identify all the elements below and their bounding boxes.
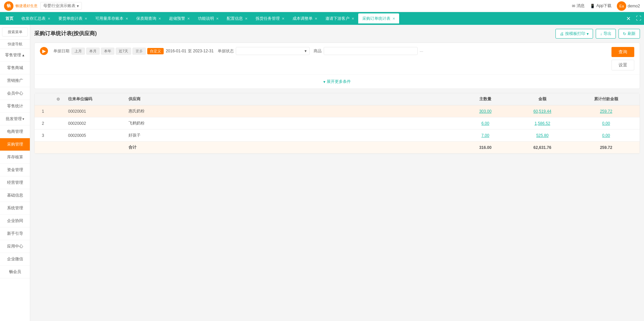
filter-toggle-button[interactable]: ▶ <box>40 47 48 55</box>
status-filter-label: 单据状态 <box>218 48 234 54</box>
amount-link[interactable]: 525.80 <box>536 133 549 138</box>
fullscreen-button[interactable]: ⛶ <box>635 15 643 21</box>
sidebar: 搜索菜单 快捷导航 零售管理 ▲ 零售商城 营销推广 会员中心 零售统计 批发管… <box>0 25 30 321</box>
chevron-down-icon: ▾ <box>305 49 307 53</box>
sidebar-item-wholesale[interactable]: 批发管理 ▾ <box>0 113 30 125</box>
sidebar-item-basic[interactable]: 基础信息 <box>0 189 30 202</box>
sidebar-item-enterprise-label: 企业协同 <box>7 218 23 224</box>
paid-link[interactable]: 0.00 <box>602 121 610 126</box>
tab-cost-adj[interactable]: 成本调整单 ✕ <box>288 13 321 23</box>
top-bar: 畅 畅捷通好生意 母婴行业演示账表 ▾ ✉ 消息 📱 App下载 Ea demo… <box>0 0 644 12</box>
sidebar-item-retail[interactable]: 零售管理 ▲ <box>0 49 30 62</box>
tab-pick-task-close[interactable]: ✕ <box>282 17 284 20</box>
col-header-amount: 金额 <box>512 93 573 105</box>
tab-config[interactable]: 配置信息 ✕ <box>223 13 252 23</box>
expand-more-button[interactable]: ▾ 展开更多条件 <box>323 77 351 87</box>
export-button[interactable]: ↓ 导出 <box>596 29 616 39</box>
sidebar-item-system[interactable]: 系统管理 <box>0 202 30 215</box>
sidebar-search-area: 搜索菜单 <box>0 25 30 40</box>
sidebar-item-retail-stat[interactable]: 零售统计 <box>0 100 30 113</box>
message-button[interactable]: ✉ 消息 <box>572 3 585 9</box>
tab-overstock[interactable]: 超储预警 ✕ <box>165 13 194 23</box>
sidebar-item-finance[interactable]: 资金管理 <box>0 164 30 176</box>
footer-cell-index <box>35 142 51 154</box>
paid-link[interactable]: 0.00 <box>602 133 610 138</box>
logo-icon: 畅 <box>4 1 13 11</box>
template-print-button[interactable]: 🖨 按模板打印 ▾ <box>555 29 593 39</box>
sidebar-item-purchase[interactable]: 采购管理 <box>0 138 30 151</box>
sidebar-item-ecom[interactable]: 电商管理 <box>0 125 30 138</box>
qty-link[interactable]: 6.00 <box>481 121 489 126</box>
tab-invite-close[interactable]: ✕ <box>352 17 354 20</box>
tab-order-stat-label: 要货单统计表 <box>58 16 83 21</box>
amount-link[interactable]: 1,586.52 <box>535 121 550 126</box>
tab-home[interactable]: 首页 <box>1 13 17 23</box>
sidebar-item-member[interactable]: 会员中心 <box>0 87 30 100</box>
tab-receive-close[interactable]: ✕ <box>48 17 50 20</box>
amount-link[interactable]: 60,519.44 <box>533 109 551 114</box>
tab-func[interactable]: 功能说明 ✕ <box>194 13 223 23</box>
tab-purchase-stat-close[interactable]: ✕ <box>392 17 395 20</box>
sidebar-item-retail-shop[interactable]: 零售商城 <box>0 62 30 74</box>
workspace-selector[interactable]: 母婴行业演示账表 ▾ <box>40 2 82 10</box>
app-download-button[interactable]: 📱 App下载 <box>590 3 611 9</box>
table-row: 2 00020002 飞鹤奶粉 6.00 1,586.52 0.00 <box>35 117 640 129</box>
date-filter: 单据日期 上月 本月 本年 近7天 更多 自定义 2016-01-01 至 <box>53 48 214 55</box>
tab-order-stat-close[interactable]: ✕ <box>85 17 87 20</box>
chevron-down-icon: ▾ <box>77 4 79 8</box>
qty-link[interactable]: 303.00 <box>479 109 492 114</box>
tab-func-close[interactable]: ✕ <box>216 17 219 20</box>
tab-overstock-close[interactable]: ✕ <box>187 17 190 20</box>
gear-icon[interactable]: ⚙ <box>56 97 60 102</box>
date-shortcut-7days[interactable]: 近7天 <box>116 48 131 55</box>
goods-input[interactable] <box>324 47 418 55</box>
quick-nav-button[interactable]: 快捷导航 <box>0 40 30 49</box>
tab-inventory-close[interactable]: ✕ <box>125 17 128 20</box>
tab-pick-task[interactable]: 拣货任务管理 ✕ <box>252 13 288 23</box>
date-shortcut-more[interactable]: 更多 <box>132 48 146 55</box>
footer-cell-code <box>65 142 125 154</box>
tab-inventory[interactable]: 可用量库存账本 ✕ <box>91 13 132 23</box>
status-select[interactable]: ▾ <box>236 47 310 55</box>
sidebar-item-marketing[interactable]: 营销推广 <box>0 74 30 87</box>
table-header-row: ⚙ 往来单位编码 供应商 主数量 金额 累计付款金额 <box>35 93 640 105</box>
tab-config-close[interactable]: ✕ <box>245 17 248 20</box>
sidebar-item-inventory[interactable]: 库存核算 <box>0 151 30 164</box>
sidebar-item-ops-label: 经营管理 <box>7 180 23 185</box>
tab-purchase-stat[interactable]: 采购订单统计表 ✕ <box>358 13 399 23</box>
content-area: 采购订单统计表(按供应商) 🖨 按模板打印 ▾ ↓ 导出 ↻ 刷新 <box>30 25 644 321</box>
date-shortcut-this-month[interactable]: 本月 <box>86 48 100 55</box>
tab-expiry-close[interactable]: ✕ <box>158 17 161 20</box>
sidebar-item-ops[interactable]: 经营管理 <box>0 176 30 189</box>
sidebar-item-member2[interactable]: 畅会员 <box>0 266 30 278</box>
qty-link[interactable]: 7.00 <box>481 133 489 138</box>
query-button[interactable]: 查询 <box>611 47 634 57</box>
sidebar-item-enterprise-wx[interactable]: 企业微信 <box>0 253 30 266</box>
cell-amount: 1,586.52 <box>512 117 573 129</box>
settings-button[interactable]: 设置 <box>611 60 634 70</box>
search-menu-button[interactable]: 搜索菜单 <box>2 28 28 37</box>
sidebar-item-system-label: 系统管理 <box>7 205 23 211</box>
date-shortcut-last-month[interactable]: 上月 <box>71 48 85 55</box>
tab-order-stat[interactable]: 要货单统计表 ✕ <box>54 13 91 23</box>
sidebar-item-enterprise[interactable]: 企业协同 <box>0 215 30 227</box>
tab-expiry[interactable]: 保质期查询 ✕ <box>132 13 165 23</box>
cell-amount: 525.80 <box>512 129 573 142</box>
sidebar-item-app-center[interactable]: 应用中心 <box>0 240 30 253</box>
user-area[interactable]: Ea demo2 <box>617 1 640 11</box>
sidebar-item-purchase-label: 采购管理 <box>7 142 23 147</box>
refresh-button[interactable]: ↻ 刷新 <box>619 29 640 39</box>
tab-receive[interactable]: 收发存汇总表 ✕ <box>17 13 54 23</box>
close-all-tabs-button[interactable]: ✕ <box>625 15 632 22</box>
more-options-icon[interactable]: ··· <box>420 49 423 54</box>
tab-cost-adj-close[interactable]: ✕ <box>315 17 317 20</box>
sidebar-item-basic-label: 基础信息 <box>7 193 23 198</box>
cell-code: 00020002 <box>65 117 125 129</box>
logo-text: 畅捷通好生意 <box>15 3 38 8</box>
date-custom-tag[interactable]: 自定义 <box>147 48 164 54</box>
date-shortcut-this-year[interactable]: 本年 <box>101 48 114 55</box>
sidebar-item-new-guide[interactable]: 新手引导 <box>0 227 30 240</box>
table-row: 1 00020001 惠氏奶粉 303.00 60,519.44 259.72 <box>35 105 640 117</box>
paid-link[interactable]: 259.72 <box>600 109 612 114</box>
tab-invite[interactable]: 邀请下游客户 ✕ <box>321 13 358 23</box>
